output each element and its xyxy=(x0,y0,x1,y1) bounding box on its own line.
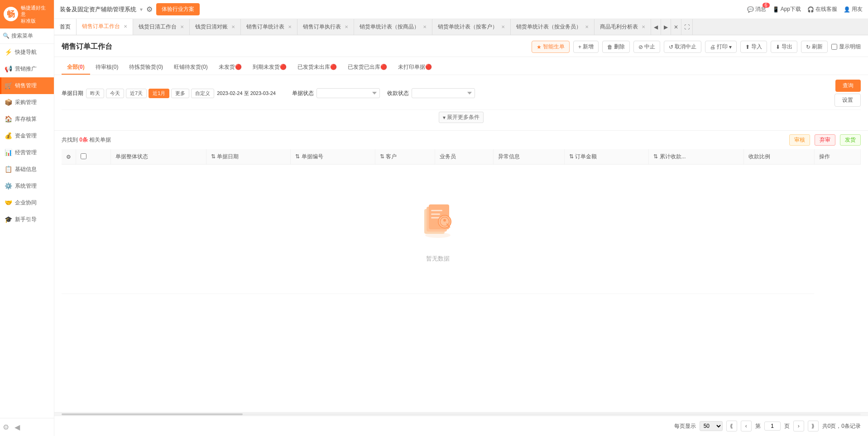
th-number[interactable]: ⇅ 单据编号 xyxy=(291,149,375,165)
subtab-pending-review[interactable]: 待审核(0) xyxy=(90,61,124,75)
query-button[interactable]: 查询 xyxy=(835,80,861,92)
th-settings[interactable]: ⚙ xyxy=(62,149,76,165)
add-button[interactable]: + 新增 xyxy=(573,41,599,53)
prev-page-button[interactable]: ‹ xyxy=(741,421,752,431)
stop-button[interactable]: ⊘ 中止 xyxy=(633,41,660,53)
tab-cash-reconcile[interactable]: 钱货日清对账 ✕ xyxy=(190,19,241,35)
print-button[interactable]: 🖨 打印 ▾ xyxy=(705,41,737,53)
time-btn-custom[interactable]: 自定义 xyxy=(191,89,214,98)
sort-number-icon[interactable]: ⇅ xyxy=(295,153,300,160)
page-number-input[interactable] xyxy=(764,422,781,431)
subtab-pending-inspect[interactable]: 待拣货验货(0) xyxy=(124,61,168,75)
collapse-icon[interactable]: ◀ xyxy=(14,423,20,431)
subtab-shipped-out[interactable]: 已发货已出库🔴 xyxy=(342,61,393,75)
tab-gross-margin[interactable]: 商品毛利分析表 ✕ xyxy=(595,19,651,35)
th-checkbox[interactable] xyxy=(76,149,111,165)
next-page-button[interactable]: › xyxy=(793,421,804,431)
tab-sales-summary-customer[interactable]: 销货单统计表（按客户） ✕ xyxy=(432,19,511,35)
export-button[interactable]: ⬇ 导出 xyxy=(771,41,797,53)
tab-close-sales-summary-staff[interactable]: ✕ xyxy=(585,24,589,29)
search-menu[interactable]: 🔍 搜索菜单 xyxy=(0,28,54,44)
tab-close-sales-order[interactable]: ✕ xyxy=(124,24,127,29)
th-customer[interactable]: ⇅ 客户 xyxy=(375,149,435,165)
sidebar-item-sales[interactable]: 🛒 销售管理 xyxy=(0,77,54,94)
horizontal-scrollbar[interactable] xyxy=(54,412,868,416)
sidebar-item-quick-nav[interactable]: ⚡ 快捷导航 xyxy=(0,44,54,61)
ship-button[interactable]: 发货 xyxy=(840,134,861,146)
sidebar-item-finance[interactable]: 💰 资金管理 xyxy=(0,128,54,144)
filter-payment-select[interactable] xyxy=(412,88,475,98)
sidebar-item-operations[interactable]: 📊 经营管理 xyxy=(0,144,54,161)
app-download-item[interactable]: 📱 App下载 xyxy=(772,5,801,13)
settings-icon[interactable]: ⚙ xyxy=(3,423,9,431)
sidebar-item-marketing[interactable]: 📢 营销推广 xyxy=(0,61,54,77)
tab-close-cash-daily[interactable]: ✕ xyxy=(180,24,184,29)
message-icon-item[interactable]: 💬 消息 6 xyxy=(747,5,766,13)
show-detail-checkbox[interactable] xyxy=(831,44,837,50)
sidebar-item-basic[interactable]: 📋 基础信息 xyxy=(0,161,54,178)
subtab-shipped-not-out[interactable]: 已发货未出库🔴 xyxy=(292,61,342,75)
subtab-not-shipped[interactable]: 未发货🔴 xyxy=(213,61,247,75)
tab-close-gross-margin[interactable]: ✕ xyxy=(642,24,645,29)
select-all-checkbox[interactable] xyxy=(81,153,86,159)
subtab-all[interactable]: 全部(0) xyxy=(62,61,90,75)
tab-close-sales-summary-customer[interactable]: ✕ xyxy=(501,24,505,29)
th-status[interactable]: 单据整体状态 xyxy=(111,149,206,165)
show-detail-label[interactable]: 显示明细 xyxy=(831,43,861,51)
time-btn-more[interactable]: 更多 xyxy=(171,89,189,98)
subtab-overdue-not-shipped[interactable]: 到期未发货🔴 xyxy=(247,61,292,75)
sidebar-item-inventory[interactable]: 🏠 库存核算 xyxy=(0,111,54,128)
cancel-audit-button[interactable]: 弃审 xyxy=(815,134,835,146)
tab-close-cash-reconcile[interactable]: ✕ xyxy=(231,24,235,29)
time-btn-last1m[interactable]: 近1月 xyxy=(149,89,169,98)
refresh-button[interactable]: ↻ 刷新 xyxy=(801,41,828,53)
time-btn-yesterday[interactable]: 昨天 xyxy=(86,89,104,98)
th-amount[interactable]: ⇅ 订单金额 xyxy=(564,149,649,165)
tab-home[interactable]: 首页 xyxy=(54,19,77,35)
settings-button[interactable]: 设置 xyxy=(834,94,861,107)
expand-more-conditions[interactable]: ▾ 展开更多条件 xyxy=(439,112,484,123)
tab-sales-order[interactable]: 销售订单工作台 ✕ xyxy=(77,19,133,35)
import-button[interactable]: ⬆ 导入 xyxy=(740,41,767,53)
time-btn-today[interactable]: 今天 xyxy=(106,89,124,98)
tab-sales-exec[interactable]: 销售订单执行表 ✕ xyxy=(297,19,354,35)
table-settings-icon[interactable]: ⚙ xyxy=(66,154,71,160)
th-date[interactable]: ⇅ 单据日期 xyxy=(206,149,291,165)
audit-button[interactable]: 审核 xyxy=(789,134,810,146)
user-menu-item[interactable]: 👤 用友 xyxy=(844,5,863,13)
th-collected[interactable]: ⇅ 累计收款... xyxy=(649,149,743,165)
topbar-settings-icon[interactable]: ⚙ xyxy=(146,5,153,14)
sidebar-item-enterprise[interactable]: 🤝 企业协同 xyxy=(0,194,54,211)
tab-close-sales-summary-product[interactable]: ✕ xyxy=(423,24,427,29)
last-page-button[interactable]: ⟫ xyxy=(808,421,819,431)
tab-close-sales-stats[interactable]: ✕ xyxy=(288,24,292,29)
scrollbar-thumb[interactable] xyxy=(62,413,243,415)
sort-collected-icon[interactable]: ⇅ xyxy=(653,153,658,160)
page-size-select[interactable]: 50 10 20 100 xyxy=(700,421,723,431)
filter-status-select[interactable] xyxy=(317,88,380,98)
cancel-stop-button[interactable]: ↺ 取消中止 xyxy=(664,41,701,53)
tab-close-all[interactable]: ✕ xyxy=(671,19,681,35)
subtab-not-printed[interactable]: 未打印单据🔴 xyxy=(393,61,437,75)
sidebar-item-purchase[interactable]: 📦 采购管理 xyxy=(0,94,54,111)
th-payment-ratio[interactable]: 收款比例 xyxy=(743,149,814,165)
tab-sales-stats[interactable]: 销售订单统计表 ✕ xyxy=(241,19,297,35)
tab-sales-summary-staff[interactable]: 销货单统计表（按业务员） ✕ xyxy=(511,19,595,35)
time-btn-last7[interactable]: 近7天 xyxy=(126,89,147,98)
sidebar-item-guide[interactable]: 🎓 新手引导 xyxy=(0,211,54,228)
tab-maximize[interactable]: ⛶ xyxy=(681,19,693,35)
first-page-button[interactable]: ⟪ xyxy=(726,421,737,431)
solution-button[interactable]: 体验行业方案 xyxy=(156,3,200,15)
sidebar-item-system[interactable]: ⚙️ 系统管理 xyxy=(0,178,54,194)
delete-button[interactable]: 🗑 删除 xyxy=(602,41,630,53)
sort-date-icon[interactable]: ⇅ xyxy=(211,153,216,160)
sort-customer-icon[interactable]: ⇅ xyxy=(380,153,384,160)
online-service-item[interactable]: 🎧 在线客服 xyxy=(807,5,837,13)
tab-close-sales-exec[interactable]: ✕ xyxy=(345,24,348,29)
tab-nav-next[interactable]: ▶ xyxy=(661,19,671,35)
tab-sales-summary-product[interactable]: 销货单统计表（按商品） ✕ xyxy=(354,19,432,35)
th-staff[interactable]: 业务员 xyxy=(435,149,494,165)
th-exception[interactable]: 异常信息 xyxy=(494,149,564,165)
sort-amount-icon[interactable]: ⇅ xyxy=(569,153,574,160)
tab-nav-prev[interactable]: ◀ xyxy=(651,19,661,35)
